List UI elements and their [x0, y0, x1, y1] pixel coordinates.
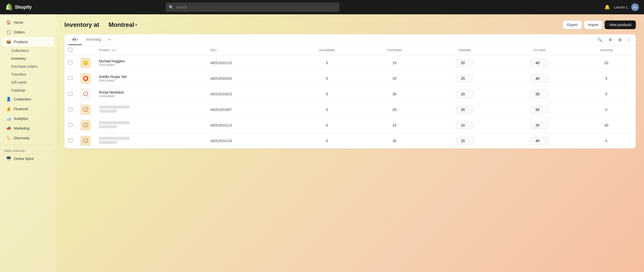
- tab-incoming[interactable]: Incoming: [83, 34, 105, 45]
- sidebar-item-inventory[interactable]: Inventory: [2, 55, 54, 62]
- available-input[interactable]: [456, 106, 474, 114]
- inventory-table: Product ▲▼ SKU Unavailable Committed Ava…: [64, 45, 636, 149]
- search-bar[interactable]: 🔍: [166, 3, 339, 12]
- skeleton-name: [99, 106, 130, 109]
- on-hand-input[interactable]: [531, 137, 548, 145]
- sidebar-subitem-label: Inventory: [11, 56, 26, 61]
- sidebar-item-analytics[interactable]: 📊 Analytics: [2, 114, 54, 123]
- export-button[interactable]: Export: [563, 20, 582, 29]
- sidebar-item-orders[interactable]: 📋 Orders: [2, 27, 54, 37]
- committed-cell: 20: [362, 102, 428, 118]
- on-hand-input[interactable]: [531, 90, 548, 98]
- import-button[interactable]: Import: [584, 20, 603, 29]
- sidebar-item-purchase-orders[interactable]: Purchase orders: [2, 63, 54, 70]
- sku-cell: 48052830623: [206, 86, 292, 102]
- table-filter-button[interactable]: ⚙: [606, 36, 614, 44]
- skeleton-variant: [99, 110, 117, 113]
- incoming-cell: 0: [577, 86, 636, 102]
- available-cell[interactable]: [428, 133, 502, 149]
- home-icon: 🏠: [6, 20, 11, 25]
- product-cell: [99, 121, 202, 129]
- header-sku: SKU: [206, 45, 292, 55]
- top-navigation: Shopify 🔍 🔔 Lauren L. LL: [0, 0, 644, 14]
- available-input[interactable]: [456, 75, 474, 82]
- row-checkbox[interactable]: [68, 92, 72, 96]
- on-hand-input[interactable]: [531, 75, 548, 82]
- sidebar-item-discounts[interactable]: 🏷️ Discounts: [2, 133, 54, 143]
- on-hand-cell[interactable]: [502, 133, 577, 149]
- on-hand-cell[interactable]: [502, 86, 577, 102]
- available-input[interactable]: [456, 90, 474, 98]
- skeleton-name: [99, 137, 130, 140]
- available-cell[interactable]: [428, 102, 502, 118]
- product-info: Nomad Huggies Gold plated: [99, 59, 124, 67]
- sidebar-item-finances[interactable]: 💰 Finances: [2, 104, 54, 114]
- available-cell[interactable]: [428, 55, 502, 71]
- sidebar-item-transfers[interactable]: Transfers: [2, 71, 54, 78]
- table-columns-button[interactable]: ⊞: [616, 36, 624, 44]
- page-title-prefix: Inventory at: [64, 21, 99, 28]
- incoming-cell: 0: [577, 133, 636, 149]
- sidebar-item-online-store[interactable]: 🖥️ Online Store: [2, 154, 54, 163]
- available-input[interactable]: [456, 59, 474, 67]
- unavailable-cell: 0: [292, 102, 361, 118]
- available-cell[interactable]: [428, 71, 502, 86]
- table-search-button[interactable]: 🔍: [595, 36, 604, 44]
- sidebar-divider: [3, 145, 53, 145]
- sidebar-item-label: Marketing: [14, 126, 29, 130]
- sidebar-subitem-label: Transfers: [11, 72, 26, 76]
- on-hand-input[interactable]: [531, 59, 548, 67]
- product-variant: Gold plated: [99, 94, 124, 98]
- sidebar-item-gift-cards[interactable]: Gift cards: [2, 78, 54, 86]
- table-row: 📿 480528302340300: [64, 133, 636, 149]
- user-name: Lauren L.: [614, 5, 629, 9]
- tab-add-button[interactable]: ＋: [105, 35, 113, 44]
- table-sort-button[interactable]: ↕: [626, 36, 632, 43]
- available-input[interactable]: [456, 137, 474, 145]
- unavailable-cell: 5: [292, 55, 361, 71]
- header-product-label: Product: [99, 48, 109, 52]
- location-selector[interactable]: Montreal ▾: [107, 21, 139, 29]
- on-hand-input[interactable]: [531, 121, 548, 129]
- row-checkbox[interactable]: [68, 76, 72, 80]
- sidebar-item-home[interactable]: 🏠 Home: [2, 18, 54, 27]
- shopify-logo[interactable]: Shopify: [5, 3, 32, 11]
- row-checkbox[interactable]: [68, 61, 72, 64]
- on-hand-cell[interactable]: [502, 102, 577, 118]
- table-row: ⭕ Ariella Hoops Set Gold plated 48052830…: [64, 71, 636, 86]
- header-incoming: Incoming: [577, 45, 636, 55]
- search-icon: 🔍: [169, 5, 174, 10]
- sidebar-item-customers[interactable]: 👤 Customers: [2, 94, 54, 104]
- on-hand-cell[interactable]: [502, 118, 577, 133]
- on-hand-input[interactable]: [531, 106, 548, 114]
- row-checkbox[interactable]: [68, 139, 72, 142]
- sidebar-item-marketing[interactable]: 📣 Marketing: [2, 123, 54, 133]
- location-name: Montreal: [109, 21, 134, 28]
- tab-all-dropdown-icon: ▾: [77, 38, 78, 41]
- product-info: [99, 106, 130, 114]
- search-input[interactable]: [176, 5, 336, 9]
- marketing-icon: 📣: [6, 126, 11, 131]
- on-hand-cell[interactable]: [502, 55, 577, 71]
- sidebar-item-products[interactable]: 📦 Products: [2, 37, 54, 47]
- unavailable-cell: 0: [292, 118, 361, 133]
- tab-all[interactable]: All ▾: [68, 34, 82, 45]
- sidebar-item-collections[interactable]: Collections: [2, 47, 54, 54]
- product-info: [99, 121, 130, 129]
- header-unavailable: Unavailable: [292, 45, 361, 55]
- on-hand-cell[interactable]: [502, 71, 577, 86]
- view-products-button[interactable]: View products: [605, 20, 636, 29]
- header-product[interactable]: Product ▲▼: [95, 45, 206, 55]
- available-cell[interactable]: [428, 86, 502, 102]
- select-all-checkbox[interactable]: [68, 48, 72, 52]
- page-title-at: [101, 21, 105, 28]
- row-checkbox[interactable]: [68, 107, 72, 111]
- user-menu[interactable]: Lauren L. LL: [614, 3, 639, 11]
- available-input[interactable]: [456, 121, 474, 129]
- row-checkbox[interactable]: [68, 123, 72, 127]
- unavailable-cell: 0: [292, 71, 361, 86]
- page-title-row: Inventory at Montreal ▾: [64, 21, 139, 29]
- sidebar-item-catalogs[interactable]: Catalogs: [2, 86, 54, 94]
- notifications-button[interactable]: 🔔: [603, 3, 611, 11]
- available-cell[interactable]: [428, 118, 502, 133]
